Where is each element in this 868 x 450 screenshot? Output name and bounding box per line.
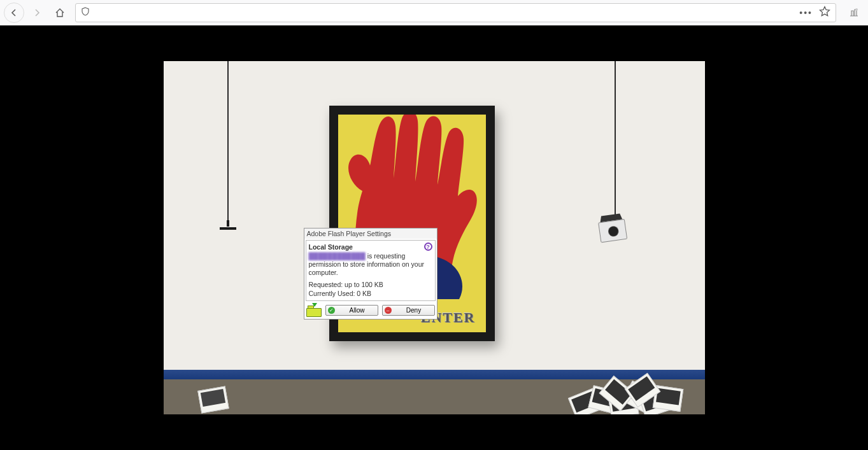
hanging-camera[interactable] <box>598 218 634 251</box>
flash-settings-dialog: Adobe Flash Player Settings ? Local Stor… <box>304 228 438 320</box>
back-button[interactable] <box>4 3 24 23</box>
svg-point-0 <box>855 8 858 11</box>
help-icon[interactable]: ? <box>424 243 432 251</box>
url-input[interactable] <box>90 8 799 17</box>
hanging-wire-left <box>227 61 229 220</box>
floor-polaroid <box>197 386 229 413</box>
home-icon <box>55 8 65 18</box>
arrow-right-icon <box>32 8 42 18</box>
storage-folder-icon[interactable] <box>306 304 322 317</box>
arrow-left-icon <box>9 8 19 18</box>
page-content: ENTER Adobe Flash Player Settings ? Loca… <box>0 25 868 450</box>
page-actions-more-icon[interactable]: ••• <box>799 8 813 18</box>
browser-toolbar: ••• <box>0 0 868 25</box>
url-bar[interactable]: ••• <box>75 3 836 22</box>
flash-dialog-title: Adobe Flash Player Settings <box>304 229 437 239</box>
flash-used-line: Currently Used: 0 KB <box>309 290 432 298</box>
wall-baseboard <box>164 370 705 379</box>
flash-stage: ENTER Adobe Flash Player Settings ? Loca… <box>164 61 705 414</box>
sidebar-toggle[interactable] <box>844 8 864 18</box>
allow-button[interactable]: ✓ Allow <box>325 305 378 316</box>
deny-button[interactable]: – Deny <box>382 305 435 316</box>
requesting-domain: ████████████ <box>309 252 366 260</box>
check-icon: ✓ <box>328 307 335 314</box>
shield-icon[interactable] <box>81 7 90 18</box>
home-button[interactable] <box>50 3 70 23</box>
library-icon <box>849 8 859 18</box>
hanging-wire-right <box>615 61 616 223</box>
bookmark-star-icon[interactable] <box>819 6 830 20</box>
minus-icon: – <box>385 307 392 314</box>
forward-button[interactable] <box>27 3 47 23</box>
polaroid-pile[interactable] <box>565 383 686 414</box>
flash-request-text: ████████████ is requesting permission to… <box>309 252 432 277</box>
flash-section-heading: Local Storage <box>309 243 432 251</box>
flash-requested-line: Requested: up to 100 KB <box>309 281 432 289</box>
